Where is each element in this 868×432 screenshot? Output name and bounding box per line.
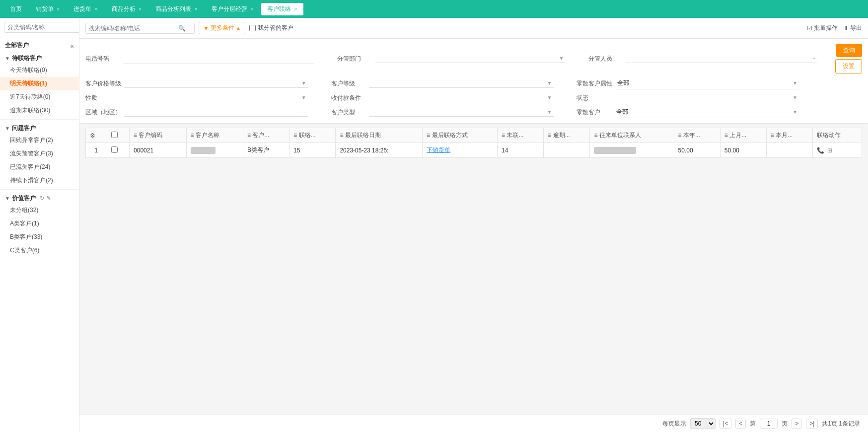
customer-price-level-select[interactable]: ▼ — [124, 79, 308, 88]
nav-customer-contact[interactable]: 客户联络 × — [261, 3, 303, 15]
value-edit-icon[interactable]: ✎ — [46, 195, 51, 202]
payment-caret-icon: ▼ — [547, 95, 552, 100]
nav-purchase-order[interactable]: 进货单 × — [68, 3, 103, 15]
sidebar-item-b-class[interactable]: B类客户(33) — [0, 230, 79, 244]
col-customer-type[interactable]: ≡ 客户... — [243, 128, 289, 143]
nav-close-product-analysis-list[interactable]: × — [194, 6, 197, 12]
page-last-button[interactable]: >| — [806, 419, 818, 429]
table-container: ⚙ ≡ 客户编码 ≡ 客户名称 ≡ 客户... ≡ 联络... ≡ 最后联络日期… — [79, 124, 868, 415]
filter-search-icon[interactable]: 🔍 — [178, 25, 186, 32]
col-checkbox — [107, 128, 130, 143]
table-row: 1 000021 Ea B类客户 15 2023-05-23 18:25: 下销… — [86, 143, 862, 158]
retail-customer-select[interactable]: 全部 ▼ — [614, 106, 799, 118]
settings-icon[interactable]: ⚙ — [90, 132, 95, 139]
content-area: 🔍 ▼ 更多条件 ▲ 我分管的客户 ☑ 批量操作 ⬆ 导出 — [79, 18, 868, 432]
person-select[interactable]: ··· — [626, 54, 817, 63]
sidebar-item-7day-pending[interactable]: 近7天待联络(0) — [0, 90, 79, 104]
more-conditions-button[interactable]: ▼ 更多条件 ▲ — [199, 22, 245, 34]
nav-sales-order[interactable]: 销货单 × — [30, 3, 66, 15]
nav-product-analysis[interactable]: 商品分析 × — [106, 3, 147, 15]
col-last-contact-date[interactable]: ≡ 最后联络日期 — [336, 128, 423, 143]
col-settings: ⚙ — [86, 128, 107, 143]
col-last-contact-method[interactable]: ≡ 最后联络方式 — [423, 128, 498, 143]
select-all-checkbox[interactable] — [111, 132, 118, 138]
col-this-month[interactable]: ≡ 本月... — [767, 128, 813, 143]
retail-attr-select[interactable]: 全部 ▼ — [615, 77, 799, 89]
col-action: 联络动作 — [813, 128, 862, 143]
area-caret-icon: ··· — [302, 109, 306, 115]
row-select-checkbox[interactable] — [111, 146, 118, 153]
col-customer-name[interactable]: ≡ 客户名称 — [186, 128, 243, 143]
page-size-select[interactable]: 50 100 200 — [690, 418, 716, 429]
phone-field: 电话号码 — [85, 54, 314, 64]
row-num-1: 1 — [86, 143, 107, 158]
page-number-input[interactable] — [760, 419, 778, 429]
col-contact-count[interactable]: ≡ 联络... — [289, 128, 336, 143]
col-contact-person[interactable]: ≡ 往来单位联系人 — [590, 128, 674, 143]
retail-customer-field: 零散客户 全部 ▼ — [577, 106, 799, 118]
table-header: ⚙ ≡ 客户编码 ≡ 客户名称 ≡ 客户... ≡ 联络... ≡ 最后联络日期… — [86, 128, 862, 143]
nav-close-sales-order[interactable]: × — [57, 6, 60, 12]
nav-close-customer-tier[interactable]: × — [250, 6, 253, 12]
col-customer-code[interactable]: ≡ 客户编码 — [130, 128, 186, 143]
retail-cust-caret-icon: ▼ — [793, 109, 797, 115]
area-select[interactable]: ··· — [124, 108, 308, 117]
nav-product-analysis-list[interactable]: 商品分析列表 × — [149, 3, 203, 15]
sidebar-item-today-pending[interactable]: 今天待联络(0) — [0, 64, 79, 77]
customers-table: ⚙ ≡ 客户编码 ≡ 客户名称 ≡ 客户... ≡ 联络... ≡ 最后联络日期… — [85, 128, 862, 158]
filter-row-2: 客户价格等级 ▼ 客户等级 ▼ 零散客户属性 — [85, 77, 862, 89]
sidebar-collapse-icon[interactable]: « — [70, 42, 74, 50]
filter-search-input[interactable] — [89, 25, 178, 32]
export-button[interactable]: ⬆ 导出 — [844, 24, 862, 32]
sidebar-item-churn-warning[interactable]: 流失预警客户(3) — [0, 147, 79, 160]
customer-level-select[interactable]: ▼ — [369, 79, 554, 88]
sidebar-item-tomorrow-pending[interactable]: 明天待联络(1) — [0, 77, 79, 90]
filter-row-4: 区域（地区） ··· 客户类型 ▼ 零散客户 — [85, 106, 862, 118]
col-last-month[interactable]: ≡ 上月... — [720, 128, 766, 143]
nav-close-product-analysis[interactable]: × — [139, 6, 142, 12]
last-method-link[interactable]: 下销货单 — [427, 146, 450, 153]
batch-ops-button[interactable]: ☑ 批量操作 — [807, 24, 838, 32]
col-overdue[interactable]: ≡ 逾期... — [544, 128, 590, 143]
cust-level-caret-icon: ▼ — [547, 80, 552, 86]
sidebar-search-input[interactable] — [4, 22, 79, 33]
page-first-button[interactable]: |< — [720, 419, 731, 429]
status-field: 状态 ▼ — [577, 93, 799, 102]
row-unlinkable-1: 14 — [498, 143, 544, 158]
status-select[interactable]: ▼ — [614, 93, 799, 102]
sidebar-item-ungrouped[interactable]: 未分组(32) — [0, 204, 79, 217]
payment-select[interactable]: ▼ — [369, 93, 554, 102]
nav-close-purchase-order[interactable]: × — [94, 6, 97, 12]
nav-customer-tier[interactable]: 客户分层经营 × — [206, 3, 259, 15]
total-label: 共1页 1条记录 — [822, 420, 860, 428]
filter-bar: 🔍 ▼ 更多条件 ▲ 我分管的客户 ☑ 批量操作 ⬆ 导出 — [79, 18, 868, 39]
sidebar-item-a-class[interactable]: A类客户(1) — [0, 217, 79, 230]
filter-icon: ▼ — [203, 25, 209, 32]
gender-select[interactable]: ▼ — [123, 93, 308, 102]
my-customers-checkbox[interactable] — [249, 25, 256, 31]
dept-select[interactable]: ▼ — [375, 54, 566, 63]
sidebar-all-customers-header: 全部客户 « — [0, 37, 79, 52]
row-this-year-1: 50.00 — [674, 143, 720, 158]
page-next-button[interactable]: > — [792, 419, 802, 429]
sidebar-item-declining[interactable]: 持续下滑客户(2) — [0, 174, 79, 187]
page-prev-button[interactable]: < — [735, 419, 746, 429]
row-action-grid-icon[interactable]: ⊞ — [827, 147, 832, 154]
nav-home[interactable]: 首页 — [4, 3, 28, 15]
row-contact-person-1: hidden — [590, 143, 674, 158]
nav-close-customer-contact[interactable]: × — [294, 6, 297, 12]
set-button[interactable]: 设置 — [835, 59, 862, 73]
row-action-phone-icon[interactable]: 📞 — [817, 147, 824, 154]
sidebar-item-churned[interactable]: 已流失客户(24) — [0, 160, 79, 174]
col-this-year[interactable]: ≡ 本年... — [674, 128, 720, 143]
sidebar-item-repurchase-abnormal[interactable]: 回购异常客户(2) — [0, 134, 79, 147]
col-unlinkable[interactable]: ≡ 未联... — [498, 128, 544, 143]
sidebar-pending-group: ▼ 待联络客户 — [0, 52, 79, 64]
sidebar-item-overdue-pending[interactable]: 逾期未联络(30) — [0, 104, 79, 117]
customer-type-select[interactable]: ▼ — [369, 108, 554, 117]
value-refresh-icon[interactable]: ↻ — [40, 195, 44, 202]
sidebar-item-c-class[interactable]: C类客户(6) — [0, 244, 79, 257]
phone-input[interactable] — [123, 54, 314, 64]
row-contact-count-1: 15 — [289, 143, 336, 158]
query-button[interactable]: 查询 — [836, 44, 862, 57]
